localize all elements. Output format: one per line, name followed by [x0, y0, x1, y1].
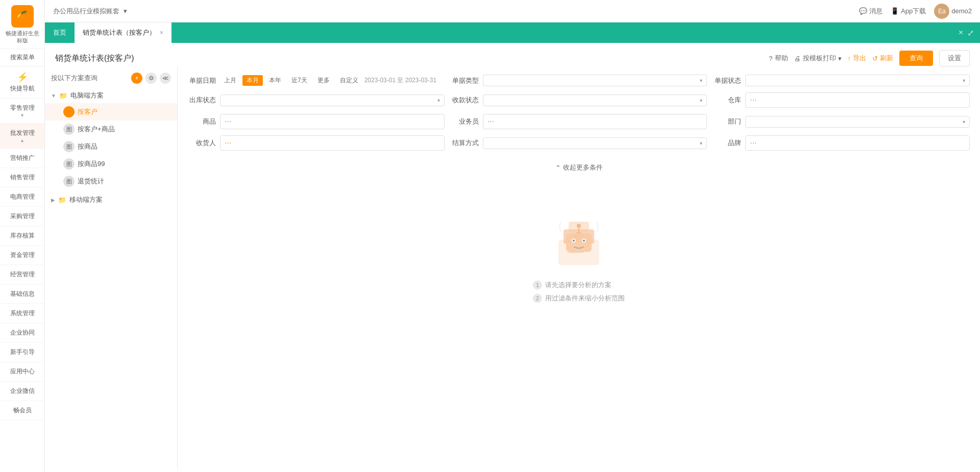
consignee-ellipsis[interactable]: ··· — [225, 138, 231, 148]
tree-item-return-stats[interactable]: 图 退货统计 — [45, 173, 177, 190]
goods-ellipsis[interactable]: ··· — [225, 117, 231, 126]
tree-group-pc-label: 电脑端方案 — [70, 91, 104, 100]
salesman-input[interactable]: ··· — [483, 114, 707, 129]
sidebar-logo: 🍊 畅捷通好生意 标版 — [0, 0, 44, 49]
download-icon: 📱 — [891, 7, 899, 15]
sidebar-nav-purchase[interactable]: 采购管理 — [0, 207, 44, 226]
svg-point-10 — [583, 240, 585, 242]
filter-brand: 品牌 ··· — [713, 135, 970, 151]
date-tab-this-year[interactable]: 本年 — [265, 75, 285, 86]
top-header: 办公用品行业模拟账套 ▾ 💬 消息 📱 App下载 Ea demo2 — [45, 0, 980, 22]
date-filter-label: 单据日期 — [188, 76, 216, 85]
sidebar-nav-marketing[interactable]: 营销推广 — [0, 149, 44, 168]
sidebar-nav-system[interactable]: 系统管理 — [0, 304, 44, 323]
settings-button[interactable]: 设置 — [939, 50, 970, 66]
filter-department: 部门 ▾ — [713, 116, 970, 128]
sidebar-nav-wechat[interactable]: 企业微信 — [0, 382, 44, 401]
sidebar-nav-shortcut[interactable]: ⚡ 快捷导航 — [0, 66, 44, 99]
print-button[interactable]: 🖨 按模板打印 ▾ — [794, 54, 842, 63]
consignee-input[interactable]: ··· — [220, 135, 445, 151]
sidebar-nav-wholesale[interactable]: 批发管理 ▴ — [0, 124, 44, 149]
user-avatar: Ea — [934, 4, 949, 19]
left-panel-controls: + ⚙ ≪ — [131, 73, 171, 84]
delivery-dropdown-icon: ▾ — [437, 98, 440, 103]
user-menu[interactable]: Ea demo2 — [934, 4, 972, 19]
payment-method-select[interactable]: ▾ — [483, 137, 707, 149]
by-goods-icon: 图 — [63, 141, 75, 152]
help-icon: ? — [769, 55, 772, 62]
goods99-icon: 图 — [63, 158, 75, 170]
sidebar-search[interactable]: 搜索菜单 — [0, 49, 44, 66]
department-label: 部门 — [713, 117, 741, 126]
order-type-dropdown-icon: ▾ — [700, 78, 702, 83]
date-tab-last-7[interactable]: 近7天 — [287, 75, 311, 86]
sidebar-nav-basic[interactable]: 基础信息 — [0, 285, 44, 304]
svg-point-9 — [573, 240, 575, 242]
app-logo-icon: 🍊 — [11, 5, 34, 28]
sidebar-nav-operations[interactable]: 经营管理 — [0, 265, 44, 285]
sidebar-nav-ecommerce[interactable]: 电商管理 — [0, 187, 44, 207]
tree-group-pc: ▼ 📁 电脑端方案 按 按客户 图 按客户+商品 — [45, 88, 177, 190]
user-name-label: demo2 — [951, 7, 972, 15]
app-download-button[interactable]: 📱 App下载 — [891, 7, 926, 16]
department-select[interactable]: ▾ — [745, 116, 970, 128]
date-tab-this-month[interactable]: 本月 — [242, 75, 263, 86]
help-button[interactable]: ? 帮助 — [769, 54, 788, 63]
collapse-icon: ⌃ — [555, 164, 561, 172]
goods-input[interactable]: ··· — [220, 114, 445, 129]
window-maximize-icon[interactable]: ⤢ — [967, 28, 974, 38]
page-title: 销货单统计表(按客户) — [55, 53, 134, 64]
payment-status-select[interactable]: ▾ — [483, 95, 707, 106]
date-tab-last-month[interactable]: 上月 — [220, 75, 240, 86]
sidebar-nav-collab[interactable]: 企业协同 — [0, 323, 44, 343]
sidebar-nav-guide[interactable]: 新手引导 — [0, 343, 44, 362]
tree-group-pc-header[interactable]: ▼ 📁 电脑端方案 — [45, 88, 177, 103]
scheme-settings-button[interactable]: ⚙ — [145, 73, 157, 84]
tree-item-goods99[interactable]: 图 按商品99 — [45, 155, 177, 173]
refresh-button[interactable]: ↺ 刷新 — [872, 54, 893, 63]
sidebar-nav-sales[interactable]: 销售管理 — [0, 168, 44, 187]
filter-warehouse: 仓库 ··· — [713, 92, 970, 108]
sidebar-nav-member[interactable]: 畅会员 — [0, 401, 44, 420]
date-tab-more[interactable]: 更多 — [313, 75, 334, 86]
tab-home[interactable]: 首页 — [45, 28, 75, 37]
add-scheme-button[interactable]: + — [131, 73, 142, 84]
warehouse-label: 仓库 — [713, 96, 741, 105]
content-layout: 按以下方案查询 + ⚙ ≪ ▼ 📁 电脑端方案 — [45, 66, 980, 469]
order-type-select[interactable]: ▾ — [483, 75, 707, 86]
industry-dropdown-icon[interactable]: ▾ — [124, 7, 127, 15]
window-close-icon[interactable]: × — [959, 28, 963, 37]
tree-group-folder-icon: 📁 — [59, 92, 67, 100]
tree-item-by-goods[interactable]: 图 按商品 — [45, 138, 177, 155]
sidebar-nav-finance[interactable]: 资金管理 — [0, 246, 44, 265]
filter-delivery: 出库状态 ▾ — [188, 95, 445, 106]
brand-input[interactable]: ··· — [745, 135, 970, 151]
panel-collapse-button[interactable]: ≪ — [160, 73, 171, 84]
message-icon: 💬 — [859, 7, 867, 15]
export-button[interactable]: ↑ 导出 — [848, 54, 867, 63]
sidebar-nav-inventory[interactable]: 库存核算 — [0, 226, 44, 246]
tab-close-icon[interactable]: × — [160, 29, 163, 36]
right-panel: 单据日期 上月 本月 本年 近7天 更多 自定义 20 — [178, 66, 980, 469]
sidebar-nav-retail[interactable]: 零售管理 ▾ — [0, 99, 44, 124]
tree-group-mobile-label: 移动端方案 — [69, 195, 103, 204]
date-tab-custom[interactable]: 自定义 — [336, 75, 362, 86]
tree-item-customer-goods[interactable]: 图 按客户+商品 — [45, 121, 177, 138]
tree-group-mobile: ▶ 📁 移动端方案 — [45, 192, 177, 207]
warehouse-input[interactable]: ··· — [745, 92, 970, 108]
empty-state: 1 请先选择要分析的方案 2 用过滤条件来缩小分析范围 — [188, 178, 970, 336]
tab-active[interactable]: 销货单统计表（按客户） × — [75, 22, 172, 43]
payment-status-label: 收款状态 — [451, 96, 479, 105]
sidebar-nav-appcenter[interactable]: 应用中心 — [0, 362, 44, 382]
message-button[interactable]: 💬 消息 — [859, 7, 883, 16]
tree-item-by-customer[interactable]: 按 按客户 — [45, 103, 177, 121]
order-status-select[interactable]: ▾ — [745, 75, 970, 86]
tree-group-mobile-header[interactable]: ▶ 📁 移动端方案 — [45, 192, 177, 207]
empty-tip-1: 1 请先选择要分析的方案 — [533, 278, 625, 292]
brand-ellipsis[interactable]: ··· — [750, 138, 756, 148]
query-button[interactable]: 查询 — [899, 51, 933, 66]
salesman-ellipsis[interactable]: ··· — [487, 117, 494, 126]
delivery-select[interactable]: ▾ — [220, 95, 445, 106]
collapse-filters-button[interactable]: ⌃ 收起更多条件 — [549, 161, 609, 174]
warehouse-ellipsis[interactable]: ··· — [750, 96, 756, 105]
